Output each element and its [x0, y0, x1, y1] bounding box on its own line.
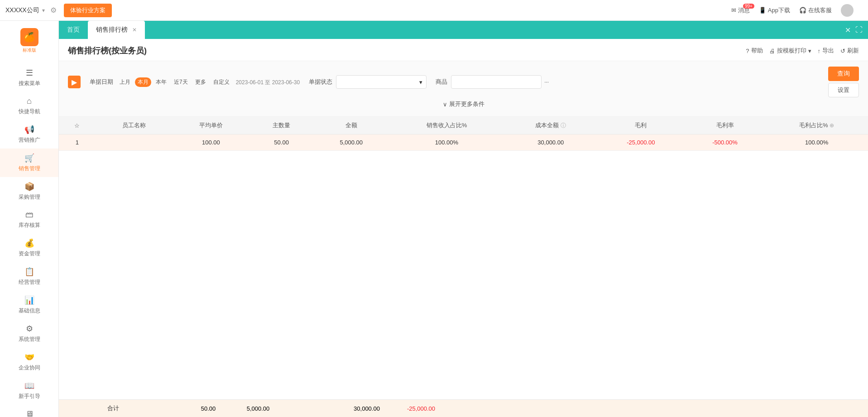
export-icon: ↑	[818, 48, 821, 54]
content-area: 首页 销售排行榜 ✕ ✕ ⛶ 销售排行榜(按业务员) ? 帮助	[59, 21, 868, 417]
basic-info-icon: 📊	[24, 295, 34, 305]
sidebar-item-label: 搜索菜单	[19, 80, 40, 87]
th-cost-amount: 成本全额 ⓘ	[504, 117, 597, 134]
page-content: 销售排行榜(按业务员) ? 帮助 🖨 按模板打印 ▾ ↑ 导出	[59, 39, 868, 417]
date-opt-7days[interactable]: 近7天	[171, 77, 191, 87]
profit-pct-icon[interactable]: ⊕	[830, 122, 834, 129]
tab-home-label: 首页	[67, 26, 80, 34]
date-opt-this-month[interactable]: 本月	[135, 77, 151, 87]
sidebar-item-operations[interactable]: 📋 经营管理	[0, 262, 58, 291]
guide-icon: 📖	[24, 381, 34, 391]
sidebar-item-label: 基础信息	[19, 307, 40, 315]
th-profit-pct: 毛利占比% ⊕	[765, 117, 868, 134]
status-select[interactable]: ▾	[336, 75, 427, 89]
online-service-group[interactable]: 🎧 在线客服	[799, 6, 832, 14]
trial-button[interactable]: 体验行业方案	[64, 4, 112, 17]
table-wrapper: ☆ 员工名称 平均单价 主数量 全额 销售收入占比% 成本全额 ⓘ 毛利	[59, 117, 868, 399]
sidebar-item-label: 新手引导	[19, 393, 40, 400]
print-chevron-icon: ▾	[808, 48, 811, 54]
inventory-icon: 🗃	[25, 210, 34, 220]
sidebar-item-purchase[interactable]: 📦 采购管理	[0, 177, 58, 206]
date-opt-last-month[interactable]: 上月	[117, 77, 133, 87]
th-qty: 主数量	[249, 117, 313, 134]
print-label: 按模板打印	[777, 47, 806, 55]
settings-icon[interactable]: ⚙	[50, 6, 57, 14]
date-opt-this-year[interactable]: 本年	[153, 77, 169, 87]
table-row[interactable]: 1100.0050.005,000.00100.00%30,000.00-25,…	[59, 134, 868, 151]
footer-amount: 5,000.00	[231, 405, 285, 412]
sidebar-item-marketing[interactable]: 📢 营销推广	[0, 120, 58, 149]
online-service-label: 在线客服	[808, 6, 832, 14]
print-icon: 🖨	[769, 48, 775, 54]
filter-row: ▶ 单据日期 上月 本月 本年 近7天 更多 自定义 2	[68, 67, 859, 97]
date-opt-more[interactable]: 更多	[192, 77, 209, 87]
close-all-icon[interactable]: ✕	[845, 26, 851, 34]
goods-input-group: ···	[451, 75, 549, 89]
footer-label-cell: 合计	[86, 404, 140, 412]
tab-close-icon[interactable]: ✕	[132, 27, 137, 33]
company-selector[interactable]: XXXXX公司 ▾	[5, 6, 45, 14]
refresh-label: 刷新	[847, 47, 859, 55]
more-dots[interactable]: ···	[544, 79, 549, 85]
th-profit: 毛利	[597, 117, 685, 134]
sidebar-item-label: 销售管理	[19, 165, 40, 173]
help-button[interactable]: ? 帮助	[746, 47, 762, 55]
sidebar-item-app-center[interactable]: 🖥 应用中心	[0, 405, 58, 417]
print-template-button[interactable]: 🖨 按模板打印 ▾	[769, 47, 811, 55]
sidebar-item-label: 经营管理	[19, 278, 40, 286]
goods-input[interactable]	[451, 75, 542, 89]
cost-info-icon[interactable]: ⓘ	[561, 122, 566, 129]
refresh-icon: ↺	[840, 48, 845, 54]
logo-icon: 🍊	[20, 28, 38, 46]
td-name	[96, 134, 173, 151]
sidebar-item-inventory[interactable]: 🗃 库存核算	[0, 206, 58, 234]
tab-home[interactable]: 首页	[59, 21, 88, 39]
status-filter-group: 单据状态 ▾	[309, 75, 427, 89]
tab-bar: 首页 销售排行榜 ✕ ✕ ⛶	[59, 21, 868, 39]
query-button[interactable]: 查询	[828, 67, 859, 81]
td-profitPct: 100.00%	[765, 134, 868, 151]
sidebar-logo: 🍊 标准版	[18, 25, 41, 56]
filter-area: ▶ 单据日期 上月 本月 本年 近7天 更多 自定义 2	[59, 61, 868, 117]
help-label: 帮助	[751, 47, 763, 55]
operations-icon: 📋	[24, 267, 34, 277]
filter-settings-button[interactable]: 设置	[828, 83, 859, 97]
headset-icon: 🎧	[799, 7, 806, 14]
sidebar-item-search[interactable]: ☰ 搜索菜单	[0, 63, 58, 92]
sidebar-item-sales[interactable]: 🛒 销售管理	[0, 149, 58, 177]
date-opt-custom[interactable]: 自定义	[211, 77, 232, 87]
sidebar-item-basic-info[interactable]: 📊 基础信息	[0, 291, 58, 319]
app-center-icon: 🖥	[25, 409, 34, 417]
td-qty: 50.00	[249, 134, 313, 151]
refresh-button[interactable]: ↺ 刷新	[840, 47, 859, 55]
th-avg-price: 平均单价	[173, 117, 249, 134]
fullscreen-icon[interactable]: ⛶	[855, 26, 863, 34]
th-name: 员工名称	[96, 117, 173, 134]
sidebar-item-enterprise[interactable]: 🤝 企业协同	[0, 348, 58, 376]
sales-icon: 🛒	[24, 153, 34, 163]
sidebar: 🍊 标准版 ☰ 搜索菜单 ⌂ 快捷导航 📢 营销推广 🛒 销售管理 📦 采购管理…	[0, 21, 59, 417]
expand-more-row[interactable]: ∨ 展开更多条件	[68, 97, 859, 111]
th-amount: 全额	[313, 117, 389, 134]
sidebar-item-guide[interactable]: 📖 新手引导	[0, 376, 58, 405]
filter-expand-btn[interactable]: ▶	[68, 76, 81, 88]
app-icon: 📱	[759, 7, 766, 14]
avatar[interactable]	[841, 4, 854, 17]
expand-more-label: 展开更多条件	[449, 100, 484, 108]
page-actions: ? 帮助 🖨 按模板打印 ▾ ↑ 导出 ↺ 刷新	[746, 47, 859, 55]
main-layout: 🍊 标准版 ☰ 搜索菜单 ⌂ 快捷导航 📢 营销推广 🛒 销售管理 📦 采购管理…	[0, 21, 868, 417]
finance-icon: 💰	[24, 238, 34, 248]
sidebar-item-quick-nav[interactable]: ⌂ 快捷导航	[0, 92, 58, 120]
sidebar-item-finance[interactable]: 💰 资金管理	[0, 234, 58, 262]
export-button[interactable]: ↑ 导出	[818, 47, 834, 55]
tab-sales-ranking[interactable]: 销售排行榜 ✕	[88, 21, 145, 39]
company-name: XXXXX公司	[5, 6, 39, 14]
filter-actions: 查询 设置	[828, 67, 859, 97]
chevron-down-icon: ▾	[42, 7, 45, 14]
page-title: 销售排行榜(按业务员)	[68, 45, 147, 56]
td-salesPct: 100.00%	[389, 134, 504, 151]
app-download-group[interactable]: 📱 App下载	[759, 6, 790, 14]
th-index: ☆	[59, 117, 96, 134]
message-icon-group[interactable]: ✉ 消息 99+	[731, 6, 750, 14]
sidebar-item-system[interactable]: ⚙ 系统管理	[0, 319, 58, 348]
